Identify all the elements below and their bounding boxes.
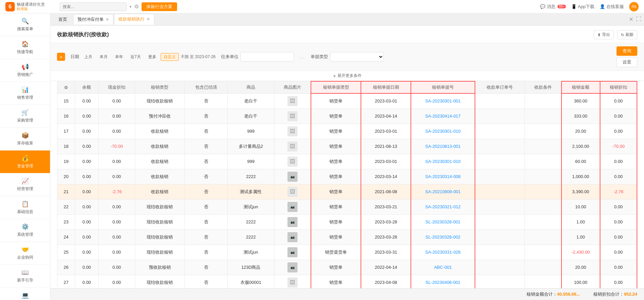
online-service-item[interactable]: 👤 在线客服 — [600, 4, 624, 10]
sidebar-item-finance[interactable]: 💰 资金管理 — [0, 151, 50, 173]
notifications-item[interactable]: 💬 消息 99+ — [540, 4, 566, 10]
tab-close-prepay[interactable]: ✕ — [106, 17, 109, 22]
export-button[interactable]: ⬆ 导出 — [594, 30, 614, 39]
sidebar-item-sales[interactable]: 📊 销售管理 — [0, 82, 50, 105]
col-settings[interactable]: ⚙ — [57, 81, 75, 93]
logo-text: 畅捷通谱好生意 标准版 — [17, 2, 45, 11]
cell-verify-amount: 360.00 — [561, 93, 600, 109]
cell-include-settled: 否 — [184, 214, 227, 229]
sidebar-item-hardware[interactable]: 💻 智能硬件 — [0, 288, 50, 300]
date-pill-more[interactable]: 更多 — [145, 53, 159, 61]
cell-receipt-cond — [525, 229, 561, 245]
app-download-item[interactable]: 📱 App下载 — [571, 4, 594, 10]
tab-verify[interactable]: 收款核销执行 ✕ — [114, 14, 154, 25]
search-input[interactable] — [60, 2, 127, 11]
sidebar-item-system[interactable]: ⚙️ 系统管理 — [0, 219, 50, 242]
col-goods: 商品 — [227, 81, 274, 93]
cell-bill-date: 2023-03-28 — [361, 214, 411, 229]
tab-close-all[interactable]: ✕ — [629, 16, 633, 23]
cell-bill-no[interactable]: SA-20230321-012 — [411, 199, 475, 214]
from-unit-input[interactable] — [240, 52, 294, 61]
cell-verify-type: 现结收款核销 — [135, 214, 184, 229]
cell-bill-no[interactable]: SA-20210808-001 — [411, 184, 475, 199]
cell-goods: 2222 — [227, 229, 274, 245]
user-avatar[interactable]: Rit — [629, 2, 639, 11]
cell-id: 15 — [57, 93, 75, 109]
cell-bill-no[interactable]: ABC-001 — [411, 260, 475, 275]
cell-bill-no[interactable]: SL-20230408-001 — [411, 275, 475, 288]
cell-bill-no[interactable]: SA-20230314-008 — [411, 169, 475, 184]
date-pill-this-month[interactable]: 本月 — [97, 53, 111, 61]
cell-include-settled: 否 — [184, 245, 227, 260]
cell-balance: 0.00 — [75, 169, 98, 184]
sidebar-item-quicknav[interactable]: 🏠 快捷导航 — [0, 36, 50, 59]
cell-bill-no[interactable]: SA-20210813-001 — [411, 139, 475, 154]
date-pill-this-year[interactable]: 本年 — [112, 53, 126, 61]
date-pill-last-month[interactable]: 上月 — [81, 53, 95, 61]
receipt-type-select[interactable] — [330, 52, 384, 61]
cell-id: 19 — [57, 154, 75, 169]
table-row: 18 0.00 -70.00 收款核销 否 多计量商品2 🖼 销货单 2021-… — [57, 139, 637, 154]
sidebar-item-cooperation[interactable]: 🤝 企业协同 — [0, 242, 50, 265]
col-verify-discount: 核销折扣 — [600, 81, 637, 93]
cell-receipt-cond — [525, 260, 561, 275]
cell-bill-no[interactable]: SA-20230331-026 — [411, 245, 475, 260]
cell-include-settled: 否 — [184, 169, 227, 184]
cell-receipt-order — [475, 93, 525, 109]
tab-expand[interactable]: ⛶ — [636, 16, 641, 23]
page-header-actions: ⬆ 导出 ↻ 刷新 — [594, 30, 637, 39]
cell-bill-no[interactable]: SA-20230301-001 — [411, 93, 475, 109]
cell-balance: 0.00 — [75, 214, 98, 229]
sidebar-item-marketing[interactable]: 📢 营销推广 — [0, 59, 50, 82]
page-content: 收款核销执行(按收款) ⬆ 导出 ↻ 刷新 » 日期 — [50, 26, 644, 300]
table-row: 19 0.00 0.00 收款核销 否 999 🖼 销货单 2023-03-01… — [57, 154, 637, 169]
cell-verify-type: 预付冲应收 — [135, 109, 184, 124]
top-bar-center: ▾ ⚙ 体验行业方案 — [60, 2, 536, 11]
query-button[interactable]: 查询 — [616, 46, 637, 56]
cell-verify-discount: 0.00 — [600, 275, 637, 288]
filter-expand-button[interactable]: » — [57, 53, 65, 61]
sidebar-item-inventory[interactable]: 📦 库存核算 — [0, 128, 50, 151]
cell-bill-no[interactable]: SL-20230328-001 — [411, 214, 475, 229]
cell-bill-type: 销货单 — [311, 229, 361, 245]
cell-goods-img: 📷 — [274, 169, 311, 184]
cell-id: 25 — [57, 245, 75, 260]
table-row: 16 0.00 0.00 预付冲应收 否 老白干 🖼 销货单 2023-04-1… — [57, 109, 637, 124]
cell-bill-type: 销货单 — [311, 124, 361, 139]
export-icon: ⬆ — [597, 33, 601, 37]
cell-verify-discount: 0.00 — [600, 169, 637, 184]
refresh-button[interactable]: ↻ 刷新 — [617, 30, 637, 39]
expand-more-button[interactable]: ∨ 展开更多条件 — [333, 73, 362, 79]
date-pill-7days[interactable]: 近7天 — [127, 53, 144, 61]
sidebar-item-management[interactable]: 📈 经营管理 — [0, 173, 50, 196]
sidebar-item-search[interactable]: 🔍 搜索菜单 — [0, 13, 50, 36]
industry-button[interactable]: 体验行业方案 — [142, 2, 177, 11]
cell-verify-type: 收款核销 — [135, 139, 184, 154]
gear-icon[interactable]: ⚙ — [134, 3, 139, 10]
cell-bill-no[interactable]: SA-20230301-010 — [411, 154, 475, 169]
dropdown-arrow[interactable]: ▾ — [129, 4, 131, 9]
cell-bill-no[interactable]: SL-20230328-002 — [411, 229, 475, 245]
tab-prepay[interactable]: 预付冲应付单 ✕ — [73, 14, 113, 25]
tab-close-verify[interactable]: ✕ — [147, 17, 150, 22]
sidebar-item-purchase[interactable]: 🛒 采购管理 — [0, 105, 50, 128]
cell-bill-no[interactable]: SA-20230414-017 — [411, 109, 475, 124]
cell-verify-amount: 100.00 — [561, 275, 600, 288]
tab-home[interactable]: 首页 — [53, 14, 72, 25]
settings-button[interactable]: 设置 — [616, 57, 637, 67]
cell-receipt-order — [475, 184, 525, 199]
chart-icon: 📊 — [21, 86, 29, 93]
date-pill-custom[interactable]: 自定义 — [161, 53, 179, 61]
cell-receipt-order — [475, 199, 525, 214]
sidebar-item-guide[interactable]: 📖 新手引导 — [0, 265, 50, 288]
cell-bill-date: 2023-04-14 — [361, 109, 411, 124]
cell-bill-date: 2023-03-14 — [361, 169, 411, 184]
cell-receipt-cond — [525, 93, 561, 109]
cell-verify-amount: 1.00 — [561, 214, 600, 229]
megaphone-icon: 📢 — [21, 63, 29, 71]
sidebar-item-basic-info[interactable]: 📋 基础信息 — [0, 196, 50, 219]
cell-bill-no[interactable]: SA-20230301-010 — [411, 124, 475, 139]
cell-goods-img: 📷 — [274, 260, 311, 275]
goods-img-placeholder: 🖼 — [287, 277, 298, 288]
cell-verify-amount: -2,430.00 — [561, 245, 600, 260]
